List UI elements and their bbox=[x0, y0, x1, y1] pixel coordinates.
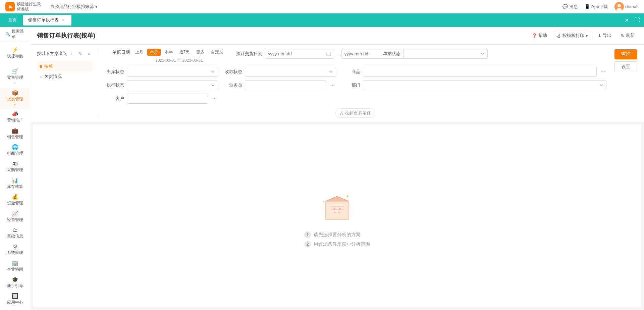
tab-bar-right: ✕ ⛶ bbox=[623, 16, 641, 24]
purchase-icon: 🛍 bbox=[12, 161, 18, 166]
shortcut-this-month[interactable]: 本月 bbox=[147, 49, 161, 56]
header-left: 畅 畅捷通好生意 标准版 办公用品行业模拟账套 ▾ bbox=[5, 2, 98, 11]
window-maximize-btn[interactable]: ⛶ bbox=[633, 16, 641, 24]
help-icon: ❓ bbox=[532, 33, 537, 38]
filter-sidebar-icons: + ✎ « bbox=[68, 50, 93, 57]
empty-illustration: ✦ ✦ ✦ bbox=[317, 185, 357, 225]
sidebar-item-ecommerce[interactable]: 🌐 电商管理 bbox=[0, 142, 30, 158]
wholesale-expand-icon: ▴ bbox=[14, 102, 16, 106]
tab-bar: 首页 销售订单执行表 × ✕ ⛶ bbox=[0, 13, 644, 27]
app-download-btn[interactable]: 📱 App下载 bbox=[585, 4, 608, 10]
collapse-btn[interactable]: ⋀ 收起更多条件 bbox=[335, 108, 375, 118]
svg-text:✦: ✦ bbox=[345, 194, 350, 199]
filter-field-expected-date: 预计交货日期 — bbox=[235, 49, 376, 59]
top-header: 畅 畅捷通好生意 标准版 办公用品行业模拟账套 ▾ 💬 消息 📱 App下载 d… bbox=[0, 0, 644, 13]
inventory-icon: 📊 bbox=[12, 178, 18, 183]
payment-field-label: 收款状态 bbox=[222, 69, 242, 75]
main-layout: 🔍 搜索菜单 ⚡ 快捷导航 🛒 零售管理 ▾ 📦 批发管理 ▴ bbox=[0, 27, 644, 310]
download-icon: 📱 bbox=[585, 4, 590, 9]
exec-select[interactable] bbox=[127, 80, 218, 90]
sidebar-nav-group: 🛒 零售管理 ▾ 📦 批发管理 ▴ 📣 营销推广 💼 销售管理 🌐 电商管理 bbox=[0, 64, 30, 310]
customer-input[interactable] bbox=[127, 94, 208, 104]
search-menu-btn[interactable]: 🔍 搜索菜单 bbox=[3, 30, 27, 39]
outstock-select[interactable] bbox=[127, 67, 218, 77]
refresh-btn[interactable]: ↻ 刷新 bbox=[618, 31, 637, 40]
expected-date-from[interactable] bbox=[265, 49, 334, 59]
sidebar-item-enterprise[interactable]: 🏢 企业协同 bbox=[0, 258, 30, 274]
sales-icon: 💼 bbox=[12, 128, 18, 134]
shortcut-custom[interactable]: 自定义 bbox=[208, 49, 226, 56]
tab-close-icon[interactable]: × bbox=[61, 17, 66, 23]
step-2-num: 2 bbox=[304, 241, 311, 248]
shortcut-last-7-days[interactable]: 近7天 bbox=[177, 49, 193, 56]
sidebar-item-operation[interactable]: 📈 经营管理 bbox=[0, 208, 30, 225]
sidebar-item-marketing[interactable]: 📣 营销推广 bbox=[0, 109, 30, 125]
collapse-scheme-btn[interactable]: « bbox=[86, 50, 93, 57]
svg-point-12 bbox=[333, 208, 335, 210]
logo-icon: 畅 bbox=[5, 2, 15, 11]
filter-field-status: 单据状态 bbox=[380, 49, 488, 59]
content-area: 销售订单执行表(按单) ❓ 帮助 🖨 按模板打印 ▾ ⬇ 导出 bbox=[30, 27, 644, 310]
edit-scheme-btn[interactable]: ✎ bbox=[77, 50, 84, 57]
customer-picker-btn[interactable]: ··· bbox=[211, 96, 218, 102]
refresh-icon: ↻ bbox=[621, 33, 625, 38]
ecommerce-icon: 🌐 bbox=[12, 145, 18, 150]
export-btn[interactable]: ⬇ 导出 bbox=[595, 31, 614, 40]
shortcut-more[interactable]: 更多 bbox=[194, 49, 207, 56]
status-select[interactable] bbox=[403, 49, 488, 59]
sidebar-item-inventory[interactable]: 📊 库存核算 bbox=[0, 175, 30, 192]
retail-icon: 🛒 bbox=[12, 69, 18, 74]
sidebar-search-section: 🔍 搜索菜单 bbox=[0, 27, 30, 42]
empty-step-1: 1 请先选择要分析的方案 bbox=[304, 231, 370, 238]
message-btn[interactable]: 💬 消息 bbox=[562, 4, 578, 10]
svg-text:✦: ✦ bbox=[322, 200, 325, 204]
help-btn[interactable]: ❓ 帮助 bbox=[529, 31, 550, 40]
retail-expand-icon: ▾ bbox=[14, 81, 16, 85]
add-icon: + bbox=[70, 51, 73, 56]
settings-btn[interactable]: 设置 bbox=[614, 61, 637, 72]
salesperson-picker-btn[interactable]: ··· bbox=[329, 82, 336, 88]
dept-select[interactable] bbox=[363, 80, 606, 90]
window-close-btn[interactable]: ✕ bbox=[623, 16, 631, 24]
sidebar-item-finance[interactable]: 💰 资金管理 bbox=[0, 192, 30, 208]
outstock-field-label: 出库状态 bbox=[104, 69, 124, 75]
sidebar-item-newbie[interactable]: 🎓 新手引导 bbox=[0, 274, 30, 291]
sidebar: 🔍 搜索菜单 ⚡ 快捷导航 🛒 零售管理 ▾ 📦 批发管理 ▴ bbox=[0, 27, 30, 310]
product-input[interactable] bbox=[363, 67, 597, 77]
product-picker-btn[interactable]: ··· bbox=[599, 69, 606, 75]
query-btn[interactable]: 查询 bbox=[614, 49, 637, 59]
sidebar-item-system[interactable]: ⚙ 系统管理 bbox=[0, 241, 30, 258]
sidebar-item-retail[interactable]: 🛒 零售管理 ▾ bbox=[0, 66, 30, 87]
date-range-display: 2023-03-01 至 2023-03-31 bbox=[155, 58, 203, 63]
shortcut-last-month[interactable]: 上月 bbox=[132, 49, 146, 56]
filter-row-2: 出库状态 收款状态 bbox=[104, 67, 606, 77]
tab-active[interactable]: 销售订单执行表 × bbox=[23, 15, 71, 25]
print-btn[interactable]: 🖨 按模板打印 ▾ bbox=[554, 31, 591, 40]
sidebar-item-wechat[interactable]: 💬 企业微信 bbox=[0, 308, 30, 310]
scheme-item-by-order[interactable]: 按单 bbox=[37, 61, 93, 71]
tab-home[interactable]: 首页 bbox=[3, 15, 22, 25]
finance-icon: 💰 bbox=[12, 194, 18, 200]
system-icon: ⚙ bbox=[13, 244, 17, 249]
shortcut-this-year[interactable]: 本年 bbox=[162, 49, 175, 56]
user-menu[interactable]: demo2 bbox=[614, 2, 639, 11]
sidebar-quicknav-section: ⚡ 快捷导航 bbox=[0, 42, 30, 64]
sidebar-item-purchase[interactable]: 🛍 采购管理 bbox=[0, 158, 30, 175]
scheme-item-by-debt[interactable]: ○ 欠货情况 bbox=[37, 71, 93, 82]
date-range-separator: — bbox=[335, 51, 340, 56]
appstore-icon: 🔲 bbox=[12, 294, 18, 299]
sidebar-item-quicknav[interactable]: ⚡ 快捷导航 bbox=[0, 45, 30, 61]
add-scheme-btn[interactable]: + bbox=[68, 50, 75, 57]
sidebar-item-wholesale[interactable]: 📦 批发管理 ▴ bbox=[0, 88, 30, 109]
payment-select[interactable] bbox=[245, 67, 336, 77]
sidebar-item-sales[interactable]: 💼 销售管理 bbox=[0, 125, 30, 142]
filter-field-date: 单据日期 上月 本月 本年 近7天 更多 自定义 bbox=[104, 49, 231, 63]
sidebar-item-appstore[interactable]: 🔲 应用中心 bbox=[0, 291, 30, 307]
sidebar-item-basic[interactable]: 🗂 基础信息 bbox=[0, 225, 30, 241]
date-shortcuts: 上月 本月 本年 近7天 更多 自定义 bbox=[132, 49, 226, 56]
empty-steps: 1 请先选择要分析的方案 2 用过滤条件来缩小分析范围 bbox=[304, 231, 370, 248]
filter-row-1: 单据日期 上月 本月 本年 近7天 更多 自定义 bbox=[104, 49, 606, 63]
salesperson-input[interactable] bbox=[245, 80, 326, 90]
nav-title[interactable]: 办公用品行业模拟账套 ▾ bbox=[50, 4, 98, 10]
filter-field-exec: 执行状态 bbox=[104, 80, 218, 90]
